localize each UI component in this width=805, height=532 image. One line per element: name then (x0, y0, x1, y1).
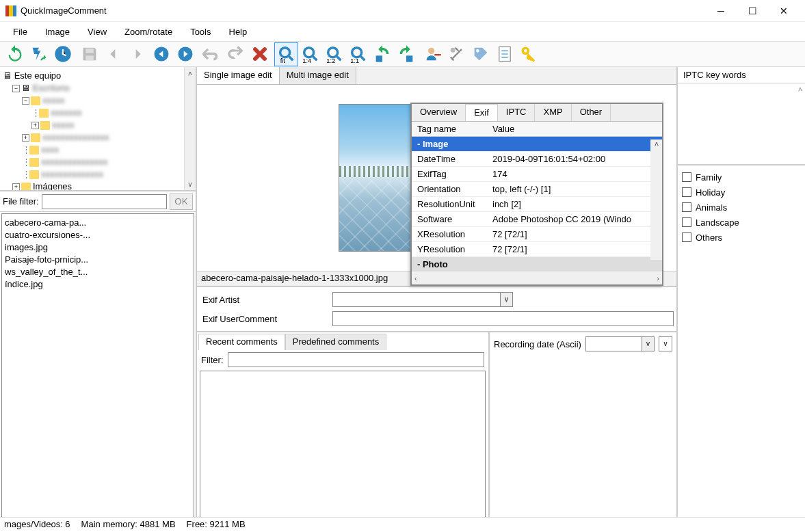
menu-file[interactable]: File (5, 24, 35, 40)
svg-point-17 (428, 48, 434, 54)
left-panel: 🖥 Este equipo −🖥 Escritorio −xxxxx ⋮xxxx… (0, 67, 197, 532)
menu-view[interactable]: View (80, 24, 114, 40)
maximize-button[interactable]: ☐ (737, 0, 768, 22)
metadata-vscroll[interactable]: ʌ (650, 139, 662, 260)
comments-list[interactable] (200, 371, 486, 520)
recording-date-panel: Recording date (Ascii) v v (490, 332, 676, 522)
keywords-box[interactable]: ʌ (678, 83, 805, 165)
tab-exif[interactable]: Exif (466, 104, 498, 121)
tab-iptc[interactable]: IPTC (498, 104, 536, 121)
keyword-label: Family (696, 172, 722, 183)
chevron-down-icon[interactable]: v (642, 337, 654, 351)
exif-usercomment-label: Exif UserComment (200, 314, 330, 324)
zoom-14-icon[interactable]: 1:4 (298, 42, 322, 66)
checkbox-holiday[interactable] (682, 187, 691, 197)
tab-predefined-comments[interactable]: Predefined comments (285, 334, 386, 350)
tag-value: 72 [72/1] (487, 227, 662, 242)
tag-icon[interactable] (469, 42, 492, 66)
svg-rect-1 (5, 5, 9, 16)
checkbox-others[interactable] (682, 232, 691, 242)
tree-node[interactable]: xxxxx (42, 95, 65, 105)
file-item[interactable]: cuatro-excursiones-... (5, 229, 191, 241)
file-list[interactable]: cabecero-cama-pa... cuatro-excursiones-.… (1, 213, 194, 531)
exif-artist-label: Exif Artist (200, 295, 330, 305)
recording-date-ext[interactable]: v (659, 336, 672, 351)
tree-imagenes[interactable]: Imágenes (33, 181, 72, 191)
checkbox-animals[interactable] (682, 202, 691, 212)
file-item[interactable]: images.jpg (5, 241, 191, 254)
back-icon[interactable] (101, 42, 125, 66)
recording-date-combo[interactable]: v (585, 336, 655, 351)
tab-recent-comments[interactable]: Recent comments (198, 334, 285, 350)
tab-other[interactable]: Other (572, 104, 611, 121)
chevron-down-icon[interactable]: v (500, 293, 512, 306)
file-filter-input[interactable] (42, 194, 167, 209)
tree-node[interactable]: xxxxxxxxxxxxxxx (42, 132, 109, 142)
menu-zoom[interactable]: Zoom/rotate (117, 24, 180, 40)
keywords-header: IPTC key words (678, 67, 805, 83)
file-filter-ok-button[interactable]: OK (170, 194, 193, 210)
next-icon[interactable] (173, 42, 197, 66)
tree-root[interactable]: Este equipo (14, 70, 62, 81)
metadata-tabs: Overview Exif IPTC XMP Other (412, 104, 662, 122)
tree-node[interactable]: xxxx (41, 144, 59, 155)
zoom-fit-icon[interactable]: fit (274, 42, 298, 66)
menu-image[interactable]: Image (38, 24, 77, 40)
tree-scrollbar[interactable]: ʌv (184, 67, 196, 190)
redo-icon[interactable] (224, 42, 248, 66)
clock-icon[interactable] (51, 42, 75, 66)
delete-icon[interactable] (248, 42, 272, 66)
tab-multi-edit[interactable]: Multi image edit (280, 67, 356, 84)
minimize-button[interactable]: ─ (705, 0, 737, 22)
tree-node[interactable]: Escritorio (33, 83, 70, 93)
zoom-12-icon[interactable]: 1:2 (322, 42, 346, 66)
tab-xmp[interactable]: XMP (535, 104, 571, 121)
metadata-hscroll[interactable]: ‹› (412, 272, 662, 284)
file-item[interactable]: Paisaje-foto-prnicip... (5, 254, 191, 266)
col-value[interactable]: Value (487, 122, 662, 137)
tree-node[interactable]: xxxxxxx (51, 107, 82, 118)
exif-artist-combo[interactable]: v (332, 292, 513, 307)
key-icon[interactable] (516, 42, 540, 66)
metadata-table: Tag nameValue - Image DateTime2019-04-09… (412, 122, 662, 272)
tree-node[interactable]: xxxxx (52, 120, 75, 130)
tab-overview[interactable]: Overview (412, 104, 466, 121)
prev-icon[interactable] (149, 42, 173, 66)
menu-tools[interactable]: Tools (183, 24, 218, 40)
titlebar: QuickImageComment ─ ☐ ✕ (0, 0, 805, 22)
menu-help[interactable]: Help (222, 24, 255, 40)
refresh-text-icon[interactable] (27, 42, 51, 66)
close-button[interactable]: ✕ (768, 0, 800, 22)
user-icon[interactable] (421, 42, 445, 66)
tree-node[interactable]: xxxxxxxxxxxxxx (41, 169, 103, 179)
keywords-list: Family Holiday Animals Landscape Others (678, 165, 805, 532)
rotate-left-icon[interactable] (370, 42, 394, 66)
forward-grey-icon[interactable] (125, 42, 149, 66)
svg-point-19 (450, 48, 455, 53)
exif-fields: Exif Artist v Exif UserComment (197, 286, 676, 331)
document-icon[interactable] (492, 42, 516, 66)
tag-name: Orientation (412, 182, 487, 197)
file-item[interactable]: índice.jpg (5, 278, 191, 291)
tree-node[interactable]: xxxxxxxxxxxxxxx (41, 157, 108, 167)
svg-rect-5 (85, 49, 94, 53)
refresh-icon[interactable] (3, 42, 27, 66)
undo-icon[interactable] (200, 42, 224, 66)
file-filter-label: File filter: (3, 196, 39, 207)
checkbox-family[interactable] (682, 172, 691, 182)
exif-usercomment-input[interactable] (332, 311, 674, 326)
file-item[interactable]: cabecero-cama-pa... (5, 217, 191, 229)
folder-tree[interactable]: 🖥 Este equipo −🖥 Escritorio −xxxxx ⋮xxxx… (0, 67, 196, 191)
settings-icon[interactable] (445, 42, 469, 66)
col-tagname[interactable]: Tag name (412, 122, 487, 137)
file-item[interactable]: ws_valley_of_the_t... (5, 266, 191, 278)
tab-single-edit[interactable]: Single image edit (197, 67, 280, 84)
checkbox-landscape[interactable] (682, 217, 691, 227)
comments-filter-input[interactable] (228, 352, 485, 367)
svg-text:1:2: 1:2 (326, 57, 335, 64)
tag-name: XResolution (412, 227, 487, 242)
save-icon[interactable] (77, 42, 101, 66)
chevron-up-icon[interactable]: ʌ (798, 85, 802, 92)
zoom-11-icon[interactable]: 1:1 (346, 42, 370, 66)
rotate-right-icon[interactable] (394, 42, 418, 66)
